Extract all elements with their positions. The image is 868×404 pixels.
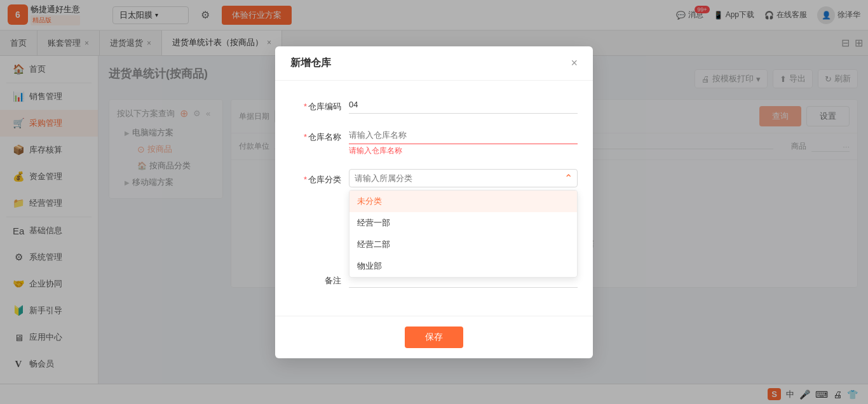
warehouse-code-row: 仓库编码 xyxy=(290,96,578,114)
warehouse-name-field: 请输入仓库名称 xyxy=(349,126,578,156)
dropdown-item-ops1[interactable]: 经营一部 xyxy=(349,212,577,234)
save-button[interactable]: 保存 xyxy=(405,327,463,348)
dropdown-item-property[interactable]: 物业部 xyxy=(349,255,577,277)
modal-body: 仓库编码 仓库名称 请输入仓库名称 仓库分类 ⌃ xyxy=(275,81,593,316)
warehouse-code-input[interactable] xyxy=(349,96,578,114)
modal-footer: 保存 xyxy=(275,316,593,358)
remark-label: 备注 xyxy=(290,270,341,286)
warehouse-name-input[interactable] xyxy=(349,126,578,144)
modal-overlay: 新增仓库 × 仓库编码 仓库名称 请输入仓库名称 仓库分类 xyxy=(0,0,868,404)
dropdown-item-uncategorized[interactable]: 未分类 xyxy=(349,191,577,212)
warehouse-code-field xyxy=(349,96,578,114)
category-dropdown: 未分类 经营一部 经营二部 物业部 xyxy=(349,190,578,278)
modal-close-btn[interactable]: × xyxy=(571,57,578,70)
warehouse-category-label: 仓库分类 xyxy=(290,169,341,185)
add-warehouse-modal: 新增仓库 × 仓库编码 仓库名称 请输入仓库名称 仓库分类 xyxy=(275,46,593,358)
modal-header: 新增仓库 × xyxy=(275,46,593,81)
warehouse-name-error: 请输入仓库名称 xyxy=(349,145,578,156)
warehouse-name-label: 仓库名称 xyxy=(290,126,341,143)
modal-title: 新增仓库 xyxy=(290,57,331,70)
warehouse-name-row: 仓库名称 请输入仓库名称 xyxy=(290,126,578,156)
warehouse-category-field: ⌃ 未分类 经营一部 经营二部 物业部 xyxy=(349,169,578,187)
warehouse-category-row: 仓库分类 ⌃ 未分类 经营一部 xyxy=(290,169,578,187)
category-chevron-up-icon[interactable]: ⌃ xyxy=(564,172,573,184)
warehouse-category-input[interactable] xyxy=(349,169,578,187)
warehouse-code-label: 仓库编码 xyxy=(290,96,341,112)
dropdown-item-ops2[interactable]: 经营二部 xyxy=(349,234,577,255)
